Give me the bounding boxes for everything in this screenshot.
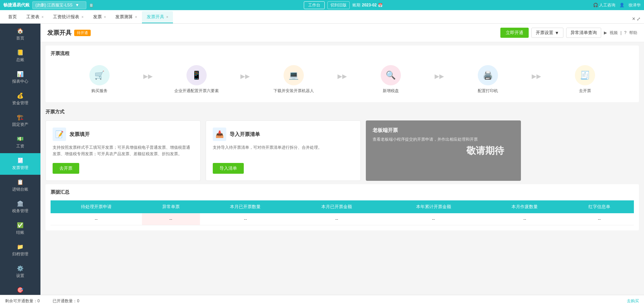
invoice-mgmt-icon: 🧾 <box>17 157 24 164</box>
col-month-amount: 本月已开票金额 <box>291 200 382 213</box>
salary-icon: 💵 <box>17 136 24 142</box>
page-header: 发票开具 待开通 立即开通 开票设置 ▼ 异常清单查询 ▶ 视频 | ? 帮助 <box>40 24 644 42</box>
method-card-fill-header: 📝 发票填开 <box>53 128 194 141</box>
sidebar-item-settings[interactable]: ⚙️ 设置 <box>0 261 40 283</box>
close-tab-invoice[interactable]: × <box>104 15 106 19</box>
step-label-3: 下载并安装开票机器人 <box>273 88 314 94</box>
close-accounts-icon: ✅ <box>17 222 24 228</box>
col-void-count: 本月作废数量 <box>485 200 565 213</box>
tab-home[interactable]: 首页 <box>3 11 22 23</box>
top-bar: 畅捷通易代账 (勿删) 江西服宝-LSS ▼ 📋 工作台 切到旧版 账期 202… <box>0 0 644 10</box>
col-year-amount: 本年累计开票金额 <box>382 200 485 213</box>
import-invoice-title: 导入开票清单 <box>230 131 260 138</box>
step-icon-issue: 🧾 <box>575 65 595 85</box>
steps-section: 开票流程 🛒 购买服务 ▶▶ 📱 企业开通配置开票六要素 ▶▶ 💻 下载并安装开… <box>46 46 639 102</box>
tab-invoice-calc[interactable]: 发票测算 × <box>111 11 142 23</box>
archive-icon: 📁 <box>17 244 24 250</box>
go-buy-link[interactable]: 去购买 <box>627 299 639 303</box>
step-item-6: 🧾 去开票 <box>543 65 627 94</box>
company-selector[interactable]: (勿删) 江西服宝-LSS ▼ <box>32 1 86 9</box>
close-tab-invoice-open[interactable]: × <box>166 15 168 19</box>
user-avatar: 👤 <box>619 3 624 7</box>
page-title: 发票开具 <box>47 29 71 37</box>
sidebar-item-purchase-sales[interactable]: 📋 进销台账 <box>0 175 40 196</box>
fill-invoice-btn-wrap: 去开票 <box>53 163 194 174</box>
fill-invoice-title: 发票填开 <box>69 131 90 138</box>
col-month-count: 本月已开票数量 <box>200 200 291 213</box>
summary-table: 待处理开票申请 异常单票 本月已开票数量 本月已开票金额 本年累计开票金额 本月… <box>51 200 634 225</box>
period-info: 账期 2023-02 📅 <box>352 2 383 8</box>
customer-service[interactable]: 🎧 人工咨询 <box>593 2 615 8</box>
sidebar-item-tax[interactable]: 🏛️ 税务管理 <box>0 196 40 218</box>
abnormal-query-button[interactable]: 异常清单查询 <box>566 28 601 38</box>
tab-salary[interactable]: 工资表 × <box>22 11 48 23</box>
methods-title: 开票方式 <box>46 106 639 118</box>
step-icon-configure: 📱 <box>186 65 207 85</box>
step-label-6: 去开票 <box>579 88 591 94</box>
summary-table-data-row: -- -- -- -- -- -- -- <box>51 213 634 225</box>
tax-icon: 🏛️ <box>17 200 24 207</box>
boss-card-title: 老板端开票 <box>373 127 514 134</box>
cell-pending: -- <box>51 213 142 225</box>
step-arrow-5: ▶▶ <box>532 73 541 80</box>
step-label-4: 新增税盘 <box>383 88 399 94</box>
close-tab-invoice-calc[interactable]: × <box>135 15 137 19</box>
separator: | <box>620 30 621 35</box>
top-bar-left: 畅捷通易代账 (勿删) 江西服宝-LSS ▼ 📋 <box>3 1 94 9</box>
close-tab-salary[interactable]: × <box>41 15 43 19</box>
remaining-quota: 剩余可开通数量：0 <box>5 299 40 303</box>
guide-icon: 🎯 <box>17 287 24 293</box>
sidebar-item-guide[interactable]: 🎯 新手引导 <box>0 283 40 295</box>
sidebar-item-ledger[interactable]: 📒 总账 <box>0 45 40 67</box>
open-settings-button[interactable]: 开票设置 ▼ <box>531 28 563 38</box>
close-all-icon[interactable]: × <box>632 16 635 22</box>
methods-section: 开票方式 📝 发票填开 支持按照发票样式手工填写开发票；可开具增值税电子普通发票… <box>46 106 639 181</box>
step-icon-download: 💻 <box>284 65 304 85</box>
tab-invoice[interactable]: 发票 × <box>88 11 111 23</box>
sidebar-item-funds[interactable]: 💰 资金管理 <box>0 88 40 110</box>
open-now-button[interactable]: 立即开通 <box>500 28 529 38</box>
step-item-3: 💻 下载并安装开票机器人 <box>252 65 336 94</box>
tab-invoice-open[interactable]: 发票开具 × <box>142 11 173 23</box>
go-issue-button[interactable]: 去开票 <box>53 163 79 174</box>
step-arrow-4: ▶▶ <box>435 73 444 80</box>
switch-old-button[interactable]: 切到旧版 <box>327 1 350 9</box>
method-card-fill: 📝 发票填开 支持按照发票样式手工填写开发票；可开具增值税电子普通发票、增值税普… <box>46 120 201 181</box>
company-name: (勿删) 江西服宝-LSS <box>35 2 72 8</box>
col-pending: 待处理开票申请 <box>51 200 142 213</box>
sidebar-item-assets[interactable]: 🏗️ 固定资产 <box>0 110 40 132</box>
dropdown-arrow-icon: ▼ <box>555 30 559 35</box>
expand-icon[interactable]: ⤢ <box>637 16 641 22</box>
content-area: 发票开具 待开通 立即开通 开票设置 ▼ 异常清单查询 ▶ 视频 | ? 帮助 <box>40 24 644 295</box>
tab-salary-report[interactable]: 工资统计报表 × <box>48 11 88 23</box>
cell-void-count: -- <box>485 213 565 225</box>
step-item-1: 🛒 购买服务 <box>57 65 142 94</box>
boss-card: 老板端开票 查看老板端小程序提交的开票申请，并作出相应处理和开票 敬请期待 <box>366 120 521 181</box>
page-title-area: 发票开具 待开通 <box>47 29 91 37</box>
app-logo: 畅捷通易代账 <box>3 2 30 8</box>
home-icon: 🏠 <box>17 28 24 34</box>
sidebar-item-home[interactable]: 🏠 首页 <box>0 24 40 45</box>
import-list-button[interactable]: 导入清单 <box>213 163 244 174</box>
sidebar-item-close[interactable]: ✅ 结账 <box>0 218 40 240</box>
settings-icon: ⚙️ <box>17 265 24 272</box>
steps-title: 开票流程 <box>51 51 634 57</box>
sidebar-item-salary[interactable]: 💵 工资 <box>0 132 40 153</box>
ledger-icon: 📒 <box>17 49 24 56</box>
method-card-import: 📥 导入开票清单 支持导入待开票清单，可对待开票清单进行拆分、合并处理。 导入清… <box>206 120 361 181</box>
import-invoice-btn-wrap: 导入清单 <box>213 163 354 174</box>
fill-invoice-icon: 📝 <box>53 128 66 141</box>
step-item-2: 📱 企业开通配置开票六要素 <box>154 65 239 94</box>
funds-icon: 💰 <box>17 92 24 99</box>
step-arrow-1: ▶▶ <box>143 73 153 80</box>
step-icon-buy: 🛒 <box>89 65 110 85</box>
boss-card-desc: 查看老板端小程序提交的开票申请，并作出相应处理和开票 <box>373 136 514 143</box>
sidebar-item-invoice-mgmt[interactable]: 🧾 发票管理 <box>0 153 40 175</box>
sidebar-item-reports[interactable]: 📊 报表中心 <box>0 67 40 88</box>
coming-soon-label: 敬请期待 <box>466 144 504 157</box>
workbench-button[interactable]: 工作台 <box>304 1 325 9</box>
step-item-4: 🔍 新增税盘 <box>349 65 433 94</box>
close-tab-salary-report[interactable]: × <box>81 15 83 19</box>
sidebar-item-archive[interactable]: 📁 归档管理 <box>0 240 40 261</box>
methods-area: 📝 发票填开 支持按照发票样式手工填写开发票；可开具增值税电子普通发票、增值税普… <box>46 120 639 181</box>
